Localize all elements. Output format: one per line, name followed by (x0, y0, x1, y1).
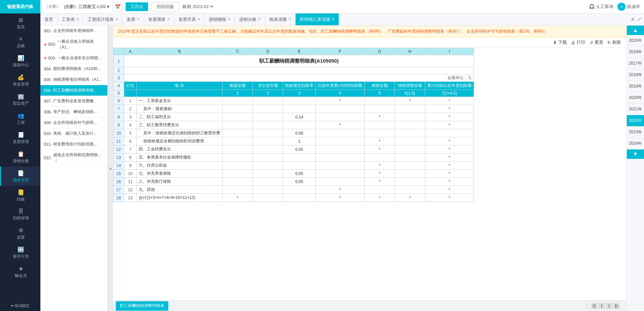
sidebar-item-sales[interactable]: 📋 进销台账 (0, 147, 40, 167)
sidebar-item-assets[interactable]: 🏢 固定资产 (0, 90, 40, 109)
close-all-icon[interactable]: ✕ (631, 16, 635, 23)
cancel-fixed-btn[interactable]: ⬅ 取消固定 (0, 301, 40, 311)
tab-purchase-ledger[interactable]: 进销台账 ✕ (235, 13, 265, 26)
maximize-icon[interactable]: ⤢ (637, 16, 641, 23)
side-panel-item-003[interactable]: ⊗ 003- 一般企业成本支出明细... (40, 53, 107, 64)
tab-invoice[interactable]: 发票 ✕ (123, 13, 144, 26)
collapse-panel-btn[interactable]: « (108, 26, 113, 311)
year-2016[interactable]: 2016年 (627, 46, 644, 58)
table-row[interactable]: 8 3 二、职工福利支出 0.14 * * (113, 113, 474, 121)
tab-tax-list-close[interactable]: ✕ (288, 17, 291, 22)
table-row[interactable]: 16 11 八、补充医疗保险 0.05 * * (113, 178, 474, 186)
col-header-g: G (365, 48, 395, 55)
side-panel-item-011[interactable]: 011- 研发费用加计扣除优惠... (40, 139, 107, 150)
sales-icon: 📋 (18, 151, 24, 157)
period-edit-icon[interactable]: ✏ (210, 4, 214, 9)
tab-home[interactable]: 首页 (40, 13, 58, 26)
year-2015[interactable]: 2015年 (627, 35, 644, 46)
table-row[interactable]: 18 13 合计(1+3+4+7+8+9+10+11+12) * * * * * (113, 194, 474, 202)
scroll-right-last[interactable]: ⟩⟩ (613, 303, 620, 309)
sheet-tab[interactable]: 职工薪酬纳税调整明细表 (116, 301, 168, 311)
table-row[interactable]: 13 8 五、各类基本社会保障性缴款 * (113, 153, 474, 162)
side-panel-item-005[interactable]: 005- 纳税调整项目明细表（A1... (40, 74, 107, 85)
topbar: （勿删） (勿删）江西般宝-LSS ▾ 📅 工作台 切到旧版 账期 2023-0… (40, 0, 644, 13)
tab-invoice-close[interactable]: ✕ (137, 17, 140, 22)
tab-invoice-calc-label: 发票测算 (148, 16, 166, 23)
side-panel-item-002[interactable]: ⊗ 002- 一般企业收入明细表（A1... (40, 36, 107, 53)
side-panel-item-001[interactable]: 001- 企业所得税年度纳税申... (40, 26, 107, 36)
tab-salary-stat-close[interactable]: ✕ (115, 17, 118, 22)
reset-button[interactable]: ↺ 重置 (589, 39, 603, 45)
workspace-button[interactable]: 工作台 (126, 2, 148, 11)
sidebar-item-report[interactable]: 📊 报表中心 (0, 51, 40, 71)
side-panel-label: 纳税调整项目明细表（A1... (53, 77, 102, 82)
scroll-left-first[interactable]: ⟨⟨ (591, 303, 598, 309)
notice-text: 2019年度涉及取以前年度结转数据的申报表单元格需要手工修正确，才能确证本年及以… (118, 29, 548, 34)
scroll-left[interactable]: ⟨ (598, 303, 605, 309)
user-avatar[interactable]: 人 徐滋华 (617, 3, 640, 11)
side-panel-item-010[interactable]: 010- 免税、减计收入及加计... (40, 128, 107, 139)
year-scroll-up[interactable]: ▲ (627, 26, 644, 35)
table-row[interactable]: 11 6 按税收规定全额扣除的职培训费用 1 * * (113, 137, 474, 145)
tab-salary-close[interactable]: ✕ (76, 17, 79, 22)
sidebar-item-finance[interactable]: 💰 资金管理 (0, 71, 40, 90)
col-header-h: H (395, 48, 425, 55)
year-2017[interactable]: 2017年 (627, 58, 644, 69)
sidebar-item-salary[interactable]: 👥 工资 (0, 109, 40, 128)
sidebar-item-invoice[interactable]: 🧾 发票管理 (0, 128, 40, 147)
year-scroll-down[interactable]: ▼ (627, 149, 644, 159)
table-row[interactable]: 7 2 其中：股权激励 * (113, 105, 474, 113)
tab-salary[interactable]: 工资表 ✕ (58, 13, 83, 26)
side-panel-item-009[interactable]: 009- 企业所得税弥补亏损明... (40, 117, 107, 128)
print-button[interactable]: 🖨 打印 (571, 39, 585, 45)
tab-purchase-ledger-close[interactable]: ✕ (258, 17, 261, 22)
table-row[interactable]: 17 12 九、其他 * * (113, 186, 474, 194)
year-2020[interactable]: 2020年 (627, 92, 644, 104)
year-2019[interactable]: 2019年 (627, 81, 644, 92)
human-service-btn[interactable]: 🎧 人工客询 (589, 4, 613, 10)
refresh-button[interactable]: ↻ 刷新 (607, 39, 621, 45)
sidebar-item-ledger[interactable]: ≡ 总账 (0, 33, 40, 51)
tab-purchase-audit-close[interactable]: ✕ (228, 17, 231, 22)
download-button[interactable]: ⬇ 下载 (553, 39, 567, 45)
sidebar-item-label: 结账 (17, 197, 25, 202)
sidebar-item-home[interactable]: ⊞ 首页 (0, 13, 40, 33)
table-row[interactable]: 15 10 七、补充养老保险 0.05 * * (113, 170, 474, 178)
scroll-right[interactable]: ⟩ (606, 303, 612, 309)
switch-old-button[interactable]: 切到旧版 (151, 2, 179, 11)
table-area[interactable]: A B C D E F G H I (113, 48, 626, 300)
tab-purchase-audit[interactable]: 进销稽核 ✕ (205, 13, 235, 26)
year-2024[interactable]: 2024年 (627, 138, 644, 149)
side-panel-item-008[interactable]: 008- 资产折旧、摊销及纳税... (40, 107, 107, 117)
sidebar-item-guide[interactable]: 🆕 新手引导 (0, 243, 40, 262)
table-row[interactable]: 14 9 六、住房公积金 * * (113, 162, 474, 170)
sidebar-item-tax[interactable]: 📑 税务管理 (0, 167, 40, 186)
tab-invoice-calc-close[interactable]: ✕ (167, 17, 170, 22)
tab-salary-stat[interactable]: 工资统计报表 ✕ (83, 13, 123, 26)
calendar-icon-btn[interactable]: 📅 (113, 2, 122, 11)
tab-income-tax[interactable]: 所得税汇算清缴 ✕ (296, 13, 339, 26)
side-panel-item-012[interactable]: 012- 减免企业所得税优惠明细...（ (40, 150, 107, 166)
year-2023[interactable]: 2023年 (627, 127, 644, 138)
tab-invoice-issue-close[interactable]: ✕ (197, 17, 200, 22)
year-2021[interactable]: 2021年 (627, 104, 644, 115)
tab-invoice-issue[interactable]: 发票开具 ✕ (174, 13, 205, 26)
company-selector[interactable]: (勿删）江西般宝-LSS ▾ (64, 4, 109, 10)
row-num-8: 8 (113, 113, 124, 121)
year-2022[interactable]: 2022年 (627, 115, 644, 127)
table-row[interactable]: 6 1 一、工资薪金支出 * * * (113, 97, 474, 105)
year-2018[interactable]: 2018年 (627, 69, 644, 81)
table-row[interactable]: 10 5 其中：按税收规定比例扣除的职工教育经费 0.08 (113, 129, 474, 137)
table-row[interactable]: 12 7 四、工会经费支出 0.02 * * (113, 145, 474, 153)
tab-invoice-calc[interactable]: 发票测算 ✕ (144, 13, 174, 26)
side-panel-item-007[interactable]: 007- 广告费和业务宣传费赡... (40, 96, 107, 107)
sidebar-item-archive[interactable]: 🗄 归档管理 (0, 205, 40, 224)
sidebar-item-settings[interactable]: ⚙ 设置 (0, 224, 40, 243)
tab-income-tax-close[interactable]: ✕ (332, 17, 335, 22)
table-row[interactable]: 9 4 三、职工教育经费支出 * * (113, 121, 474, 129)
side-panel-item-006[interactable]: 006- 职工薪酬纳税调整明细... (40, 85, 107, 96)
side-panel-item-004[interactable]: 004- 期间费用明细表（A1040... (40, 64, 107, 74)
tab-tax-list[interactable]: 税表清册 ✕ (265, 13, 296, 26)
sidebar-item-close[interactable]: 📒 结账 (0, 186, 40, 205)
sidebar-item-member[interactable]: ★ 畅会员 (0, 262, 40, 281)
